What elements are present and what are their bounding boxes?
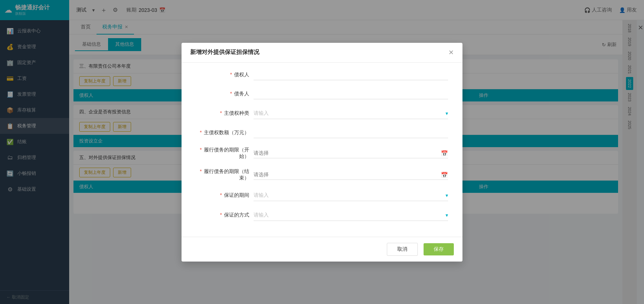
period-end-input[interactable] <box>254 169 448 180</box>
dialog-footer: 取消 保存 <box>182 237 462 262</box>
form-row-guarantee-method: * 保证的方式 请输入 ▾ <box>196 210 448 221</box>
required-mark: * <box>220 110 222 116</box>
form-row-debtor: * 债务人 <box>196 89 448 99</box>
guarantee-method-placeholder: 请输入 <box>254 212 269 218</box>
dialog-body: * 债权人 * 债务人 * <box>182 63 462 237</box>
guarantee-method-label-text: 保证的方式 <box>224 212 249 218</box>
debtor-label-text: 债务人 <box>234 91 249 96</box>
field-debtor <box>254 89 448 99</box>
add-guarantee-dialog: 新增对外提供保证担保情况 ✕ * 债权人 * 债务人 <box>182 43 462 262</box>
label-guarantee-method: * 保证的方式 <box>196 212 254 218</box>
debt-type-select[interactable]: 请输入 <box>254 108 448 119</box>
field-guarantee-period: 请输入 ▾ <box>254 190 448 201</box>
creditor-label-text: 债权人 <box>234 72 249 77</box>
field-period-start: 📅 <box>254 148 448 158</box>
form-row-guarantee-period: * 保证的期间 请输入 ▾ <box>196 190 448 201</box>
required-mark: * <box>230 72 232 77</box>
form-row-debt-type: * 主债权种类 请输入 ▾ <box>196 108 448 119</box>
debt-amount-input[interactable] <box>254 128 448 138</box>
required-mark: * <box>200 130 202 135</box>
label-debt-type: * 主债权种类 <box>196 110 254 117</box>
debt-type-placeholder: 请输入 <box>254 110 269 117</box>
debt-amount-label-text: 主债权数额（万元） <box>204 130 249 135</box>
guarantee-period-label-text: 保证的期间 <box>224 192 249 198</box>
guarantee-period-select[interactable]: 请输入 <box>254 190 448 201</box>
debtor-input[interactable] <box>254 89 448 99</box>
period-start-calendar-icon[interactable]: 📅 <box>441 150 448 156</box>
label-debtor: * 债务人 <box>196 91 254 97</box>
form-row-creditor: * 债权人 <box>196 70 448 80</box>
required-mark: * <box>200 168 202 174</box>
debt-type-chevron-icon: ▾ <box>446 110 448 116</box>
required-mark: * <box>220 192 222 198</box>
label-guarantee-period: * 保证的期间 <box>196 192 254 199</box>
guarantee-period-chevron-icon: ▾ <box>446 192 448 198</box>
period-start-input[interactable] <box>254 148 448 158</box>
required-mark: * <box>220 212 222 218</box>
form-row-period-start: * 履行债务的期限（开始） 📅 <box>196 147 448 160</box>
dialog-close-button[interactable]: ✕ <box>448 49 454 56</box>
dialog-title: 新增对外提供保证担保情况 <box>190 49 259 56</box>
creditor-input[interactable] <box>254 70 448 80</box>
label-debt-amount: * 主债权数额（万元） <box>196 130 254 136</box>
dialog-header: 新增对外提供保证担保情况 ✕ <box>182 43 462 63</box>
field-period-end: 📅 <box>254 169 448 180</box>
guarantee-method-chevron-icon: ▾ <box>446 212 448 218</box>
form-row-debt-amount: * 主债权数额（万元） <box>196 128 448 138</box>
save-button[interactable]: 保存 <box>424 243 454 255</box>
debt-type-label-text: 主债权种类 <box>224 110 249 116</box>
field-debt-type: 请输入 ▾ <box>254 108 448 119</box>
guarantee-method-select[interactable]: 请输入 <box>254 210 448 221</box>
label-creditor: * 债权人 <box>196 72 254 78</box>
dialog-overlay: 新增对外提供保证担保情况 ✕ * 债权人 * 债务人 <box>0 0 644 304</box>
field-guarantee-method: 请输入 ▾ <box>254 210 448 221</box>
period-end-calendar-icon[interactable]: 📅 <box>441 171 448 178</box>
guarantee-period-placeholder: 请输入 <box>254 192 269 199</box>
form-row-period-end: * 履行债务的期限（结束） 📅 <box>196 168 448 181</box>
period-end-label-text: 履行债务的期限（结束） <box>204 168 249 181</box>
period-start-label-text: 履行债务的期限（开始） <box>204 147 249 159</box>
label-period-start: * 履行债务的期限（开始） <box>196 147 254 160</box>
required-mark: * <box>200 147 202 153</box>
required-mark: * <box>230 91 232 96</box>
field-debt-amount <box>254 128 448 138</box>
field-creditor <box>254 70 448 80</box>
cancel-button[interactable]: 取消 <box>387 243 418 256</box>
label-period-end: * 履行债务的期限（结束） <box>196 168 254 181</box>
